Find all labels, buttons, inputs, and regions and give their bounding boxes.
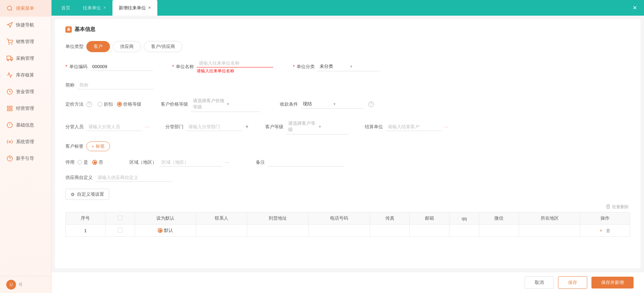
code-input[interactable] [90,63,153,71]
short-name-row: 简称 [65,81,630,89]
dept-input[interactable] [186,123,242,131]
unit-btn-supplier[interactable]: 供应商 [113,41,141,52]
save-new-button[interactable]: 保存并新增 [591,277,634,288]
name-input[interactable] [197,59,273,67]
radio-yes-label: 是 [84,159,88,165]
payment-terms-select[interactable]: 现结 ▼ [301,99,363,109]
tab-partner[interactable]: 往来单位 ✕ [77,0,112,16]
tab-home-label: 首页 [61,5,70,11]
row-delete-btn[interactable]: 🗑 [606,228,611,233]
short-name-input[interactable] [77,81,154,89]
sidebar-item-finance[interactable]: 资金管理 [0,83,51,100]
unit-type-label: 单位类型 [65,43,84,50]
price-level-placeholder: 请选择客户价格等级 [193,98,225,110]
sidebar-item-management[interactable]: 经营管理 [0,100,51,117]
cancel-button[interactable]: 取消 [525,276,554,289]
sidebar-item-search[interactable]: 搜索菜单 [0,0,51,17]
sidebar-item-inventory[interactable]: 库存核算 [0,67,51,83]
section-title-text: 基本信息 [74,26,95,33]
code-label: * 单位编码 [65,64,87,70]
name-error-msg: 请输入往来单位名称 [197,68,273,74]
pricing-help-icon[interactable]: ? [86,101,92,107]
tab-partner-close[interactable]: ✕ [103,6,106,10]
price-level-select[interactable]: 请选择客户价格等级 ▼ [191,96,260,112]
region-more-icon[interactable]: ··· [225,160,229,165]
supplier-custom-input[interactable] [95,173,172,182]
custom-settings-btn[interactable]: ⚙ 自定义项设置 [65,189,109,200]
th-actions: 操作 [580,212,630,225]
pricing-radio-level[interactable]: 价格等级 [117,101,141,107]
unit-type-field: 单位类型 客户 供应商 客户/供应商 [65,41,182,52]
customer-level-select[interactable]: 请选择客户等级 ▼ [286,119,349,135]
th-region: 所在地区 [519,212,580,225]
tab-bar: 首页 往来单位 ✕ 新增往来单位 ✕ ✕ [52,0,644,16]
batch-delete-btn[interactable]: 批量删除 [606,204,629,210]
settlement-more-icon[interactable]: ··· [444,124,449,129]
price-level-arrow: ▼ [226,102,258,106]
row-default-radio[interactable]: 默认 [139,227,193,234]
svg-point-6 [7,59,9,61]
name-label: * 单位名称 [172,64,194,70]
payment-terms-arrow: ▼ [333,102,361,106]
th-contact: 联系人 [196,212,247,225]
radio-no-label: 否 [99,159,103,165]
finance-icon [6,88,13,95]
category-field: * 单位分类 未分类 ▼ [293,62,380,71]
tag-add-btn[interactable]: + 标签 [86,141,110,151]
region-input[interactable] [159,158,222,166]
svg-marker-18 [19,283,21,286]
row-wechat [479,225,519,237]
th-checkbox [105,212,135,225]
sidebar-item-nav[interactable]: 快捷导航 [0,17,51,33]
th-phone: 电话号码 [308,212,370,225]
th-wechat: 微信 [479,212,519,225]
section-title-icon: 基 [65,26,72,33]
dept-arrow: ▼ [245,124,249,129]
tag-label: 客户标签 [65,143,84,149]
row-select-checkbox[interactable] [118,228,123,233]
dept-label: 分管部门 [165,124,183,130]
tab-new-partner-close[interactable]: ✕ [148,6,151,10]
tab-partner-label: 往来单位 [83,5,101,11]
sidebar-item-inventory-label: 库存核算 [16,72,34,78]
tab-home[interactable]: 首页 [55,0,77,16]
sidebar-item-sales[interactable]: 销售管理 [0,33,51,50]
dept-field: 分管部门 ▼ [165,123,249,131]
row-phone [308,225,370,237]
manager-more-icon[interactable]: ··· [145,124,149,129]
select-all-checkbox[interactable] [118,215,123,220]
note-input[interactable] [268,158,344,166]
customer-level-label: 客户等级 [265,124,283,130]
tag-add-icon: + [92,144,94,149]
contact-table: 序号 设为默认 联系人 到货地址 电话号码 传真 邮箱 qq 微信 所在地区 操… [65,212,630,237]
payment-terms-label: 收款条件 [280,101,298,107]
sidebar-item-system[interactable]: 系统管理 [0,133,51,150]
disabled-no[interactable]: 否 [92,159,103,165]
sidebar-item-management-label: 经营管理 [16,105,34,112]
disabled-field: 停用 是 否 [65,159,103,165]
disabled-yes[interactable]: 是 [77,159,88,165]
payment-help-icon[interactable]: ? [368,101,374,107]
unit-btn-customer[interactable]: 客户 [86,41,110,52]
row-index: 1 [66,225,105,237]
pricing-radio-discount[interactable]: 折扣 [97,101,113,107]
pricing-label: 定价方法 [65,101,84,107]
tab-bar-close[interactable]: ✕ [629,5,641,11]
sidebar-item-finance-label: 资金管理 [16,89,34,95]
sidebar-item-basic-info[interactable]: 基础信息 [0,117,51,133]
sidebar-item-guide-label: 新手引导 [16,155,34,162]
manager-input[interactable] [86,123,142,131]
unit-btn-both[interactable]: 客户/供应商 [144,41,182,52]
settlement-input[interactable] [386,123,441,131]
sidebar-item-guide[interactable]: 新手引导 [0,150,51,167]
basic-info-icon [6,122,13,129]
save-button[interactable]: 保存 [558,276,587,289]
category-select[interactable]: 未分类 ▼ [317,62,380,71]
sidebar-item-purchase[interactable]: 采购管理 [0,50,51,67]
table-header-row: 序号 设为默认 联系人 到货地址 电话号码 传真 邮箱 qq 微信 所在地区 操… [66,212,630,225]
sales-icon [6,38,13,45]
tab-new-partner[interactable]: 新增往来单位 ✕ [112,0,157,16]
row-add-btn[interactable]: + [599,228,602,233]
main-area: 首页 往来单位 ✕ 新增往来单位 ✕ ✕ 基 基本信息 单位类型 客户 供应商 … [52,0,644,293]
code-name-row: * 单位编码 * 单位名称 请输入往来单位名称 * 单位分类 [65,59,630,74]
